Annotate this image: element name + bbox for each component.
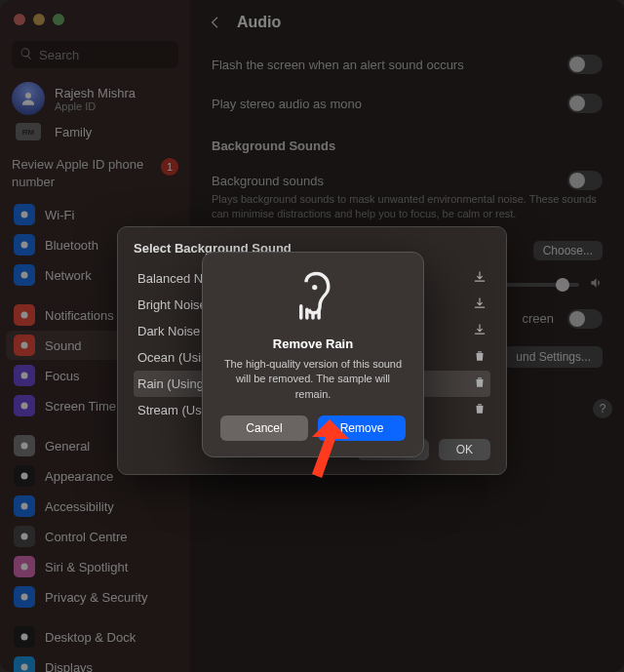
sound-item-label: Bright Noise bbox=[137, 297, 207, 312]
svg-point-19 bbox=[312, 285, 317, 290]
cancel-button[interactable]: Cancel bbox=[220, 415, 308, 441]
trash-icon[interactable] bbox=[473, 376, 487, 392]
system-settings-window: Search Rajesh Mishra Apple ID RM Family … bbox=[0, 0, 624, 672]
svg-rect-23 bbox=[317, 308, 321, 320]
svg-rect-22 bbox=[311, 311, 315, 320]
svg-rect-21 bbox=[305, 308, 309, 320]
sheet-ok-button[interactable]: OK bbox=[439, 439, 490, 460]
download-icon[interactable] bbox=[473, 323, 487, 339]
svg-rect-20 bbox=[299, 304, 303, 320]
dialog-body: The high-quality version of this sound w… bbox=[220, 357, 406, 402]
sound-item-label: Dark Noise bbox=[137, 324, 200, 338]
dialog-title: Remove Rain bbox=[220, 336, 406, 351]
remove-button[interactable]: Remove bbox=[318, 415, 406, 441]
download-icon[interactable] bbox=[473, 296, 487, 313]
remove-sound-dialog: Remove Rain The high-quality version of … bbox=[202, 252, 424, 457]
trash-icon[interactable] bbox=[473, 402, 487, 418]
download-icon[interactable] bbox=[473, 270, 487, 287]
ear-sound-icon bbox=[220, 270, 406, 325]
trash-icon[interactable] bbox=[473, 349, 487, 366]
